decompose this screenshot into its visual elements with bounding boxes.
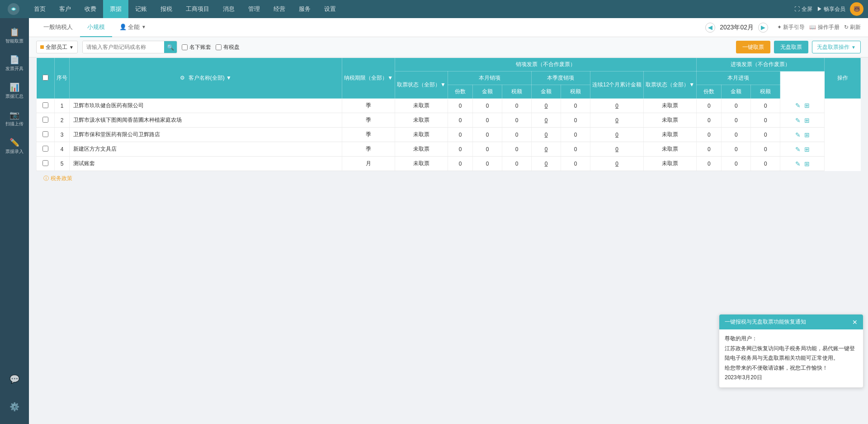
date-navigation: ◀ 2023年02月 ▶ xyxy=(705,23,768,33)
sidebar-item-scan-upload[interactable]: 📷 扫描上传 xyxy=(2,105,27,131)
row-input-monthly-tax-cell: 0 xyxy=(751,157,780,171)
sidebar-item-invoice-summary[interactable]: 📊 票据汇总 xyxy=(2,78,27,103)
select-chevron-icon: ▼ xyxy=(69,45,74,50)
search-input[interactable] xyxy=(83,41,164,53)
member-button[interactable]: ▶ 畅享会员 xyxy=(817,5,845,13)
sidebar-item-issue-invoice[interactable]: 📄 发票开具 xyxy=(2,50,27,76)
tab-all[interactable]: 👤 全能 ▼ xyxy=(112,18,153,37)
nav-operation[interactable]: 经营 xyxy=(267,0,292,18)
bookkeeping-checkbox[interactable] xyxy=(182,44,188,50)
row-checkbox[interactable] xyxy=(42,146,48,152)
invoice-summary-icon: 📊 xyxy=(9,82,19,92)
settings-icon[interactable]: ⚙ xyxy=(180,75,185,81)
edit-action-icon[interactable]: ✎ xyxy=(795,131,801,138)
edit-action-icon[interactable]: ✎ xyxy=(795,160,801,167)
nav-message[interactable]: 消息 xyxy=(216,0,241,18)
row-sales-monthly-tax-cell: 0 xyxy=(502,157,531,171)
config-icon: ⚙️ xyxy=(9,402,19,412)
col-sales-quarterly-amount-header: 金额 xyxy=(531,85,561,99)
view-action-icon[interactable]: ⊞ xyxy=(804,102,810,109)
notification-panel: 一键报税与无盘取票功能恢复通知 ✕ 尊敬的用户： 江苏政务网已恢复访问电子税务局… xyxy=(719,314,863,388)
nav-management[interactable]: 管理 xyxy=(241,0,267,18)
view-action-icon[interactable]: ⊞ xyxy=(804,131,810,138)
row-sales-status-cell: 未取票 xyxy=(395,157,448,171)
operation-manual-link[interactable]: 📖 操作手册 xyxy=(809,24,839,31)
edit-action-icon[interactable]: ✎ xyxy=(795,102,801,109)
edit-action-icon[interactable]: ✎ xyxy=(795,146,801,153)
col-sales-quarterly-tax-header: 税额 xyxy=(561,85,590,99)
nav-invoice[interactable]: 票据 xyxy=(103,0,128,18)
view-action-icon[interactable]: ⊞ xyxy=(804,160,810,167)
tab-small-scale[interactable]: 小规模 xyxy=(80,18,112,37)
row-input-monthly-tax-cell: 0 xyxy=(751,99,780,113)
row-input-status-cell: 未取票 xyxy=(644,128,697,142)
nav-right: ⛶ 全屏 ▶ 畅享会员 🐻 xyxy=(794,2,863,16)
tax-disk-checkbox-label[interactable]: 有税盘 xyxy=(216,43,240,51)
col-12months-header: 连续12个月累计金额 xyxy=(590,71,643,99)
tab-general-taxpayer[interactable]: 一般纳税人 xyxy=(36,18,80,37)
row-checkbox[interactable] xyxy=(42,102,48,108)
new-user-guide-link[interactable]: ✦ 新手引导 xyxy=(777,24,805,31)
search-button[interactable]: 🔍 xyxy=(164,41,177,53)
search-box: 🔍 xyxy=(82,41,177,53)
date-prev-button[interactable]: ◀ xyxy=(705,23,715,33)
user-avatar[interactable]: 🐻 xyxy=(850,2,863,16)
one-click-ticket-button[interactable]: 一键取票 xyxy=(736,41,770,53)
sidebar-bottom: 💬 ⚙️ xyxy=(2,367,27,424)
tax-disk-checkbox[interactable] xyxy=(216,44,222,50)
fullscreen-button[interactable]: ⛶ 全屏 xyxy=(794,5,812,13)
nav-billing[interactable]: 收费 xyxy=(78,0,103,18)
date-next-button[interactable]: ▶ xyxy=(758,23,768,33)
nav-accounting[interactable]: 记账 xyxy=(128,0,154,18)
sidebar-item-invoice-entry[interactable]: ✏️ 票据录入 xyxy=(2,133,27,158)
toolbar-left: 全部员工 ▼ 🔍 名下账套 有税盘 xyxy=(36,41,731,53)
row-input-monthly-amount-cell: 0 xyxy=(722,99,751,113)
row-checkbox[interactable] xyxy=(42,160,48,166)
nav-customer[interactable]: 客户 xyxy=(52,0,78,18)
no-disk-ticket-button[interactable]: 无盘取票 xyxy=(774,41,808,53)
date-display: 2023年02月 xyxy=(720,24,754,32)
row-actions-cell: ✎ ⊞ xyxy=(780,99,825,113)
row-checkbox[interactable] xyxy=(42,117,48,123)
issue-invoice-icon: 📄 xyxy=(9,55,19,65)
row-input-status-cell: 未取票 xyxy=(644,157,697,171)
nav-service[interactable]: 服务 xyxy=(292,0,317,18)
notification-header: 一键报税与无盘取票功能恢复通知 ✕ xyxy=(719,314,863,329)
sidebar-item-config[interactable]: ⚙️ xyxy=(2,394,27,419)
logo[interactable] xyxy=(5,0,23,18)
view-action-icon[interactable]: ⊞ xyxy=(804,146,810,153)
row-12months-cell: 0 xyxy=(590,113,643,128)
nav-settings[interactable]: 设置 xyxy=(317,0,343,18)
refresh-link[interactable]: ↻ 刷新 xyxy=(844,24,861,31)
sidebar-item-smart-invoice[interactable]: 📋 智能取票 xyxy=(2,23,27,48)
row-sales-quarterly-tax-cell: 0 xyxy=(561,128,590,142)
select-all-checkbox[interactable] xyxy=(42,75,48,81)
bookkeeping-checkbox-label[interactable]: 名下账套 xyxy=(182,43,211,51)
row-sales-monthly-count-cell: 0 xyxy=(448,142,472,157)
sidebar-item-chat[interactable]: 💬 xyxy=(2,367,27,392)
tax-policy-footer[interactable]: ⓘ 税务政策 xyxy=(36,171,861,186)
row-sales-monthly-amount-cell: 0 xyxy=(472,157,502,171)
all-tab-chevron: ▼ xyxy=(142,24,146,29)
row-no-cell: 1 xyxy=(55,99,70,113)
row-sales-monthly-count-cell: 0 xyxy=(448,99,472,113)
notification-close-button[interactable]: ✕ xyxy=(852,319,858,326)
view-action-icon[interactable]: ⊞ xyxy=(804,117,810,124)
row-sales-quarterly-amount-cell: 0 xyxy=(531,113,561,128)
row-name-cell: 卫辉市汲水镇下图阁闻香苗圃木种植家庭农场 xyxy=(70,113,342,128)
row-input-monthly-count-cell: 0 xyxy=(697,113,722,128)
edit-action-icon[interactable]: ✎ xyxy=(795,117,801,124)
row-input-status-cell: 未取票 xyxy=(644,99,697,113)
row-period-cell: 季 xyxy=(342,99,395,113)
row-checkbox[interactable] xyxy=(42,131,48,137)
col-input-invoice-header: 进项发票（不合作废票） xyxy=(697,58,825,71)
nav-tax[interactable]: 报税 xyxy=(154,0,179,18)
col-monthly-input-header: 本月进项 xyxy=(697,71,780,85)
col-input-monthly-amount-header: 金额 xyxy=(722,85,751,99)
no-disk-ops-button[interactable]: 无盘取票操作 ▼ xyxy=(812,41,861,53)
employee-filter-select[interactable]: 全部员工 ▼ xyxy=(36,41,78,53)
nav-business[interactable]: 工商项目 xyxy=(179,0,216,18)
scan-upload-icon: 📷 xyxy=(9,110,19,120)
nav-home[interactable]: 首页 xyxy=(27,0,52,18)
row-input-monthly-tax-cell: 0 xyxy=(751,128,780,142)
